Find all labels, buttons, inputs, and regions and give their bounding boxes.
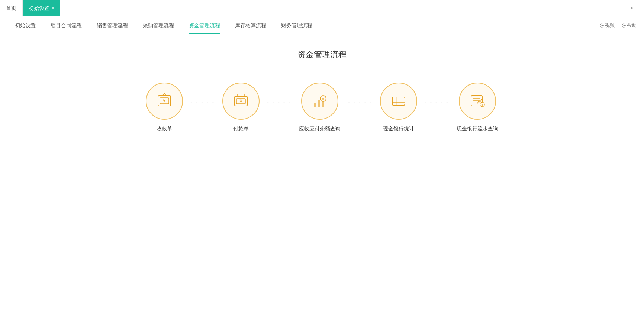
svg-text:¥: ¥: [239, 99, 242, 104]
flow-container: ¥ 收款单 - - - - - ¥ 付款单: [146, 83, 498, 132]
flow-step-yingshouyue: ¥ 应收应付余额查询: [299, 83, 341, 132]
svg-text:¥: ¥: [163, 98, 166, 103]
shoukuan-icon: ¥: [155, 92, 174, 110]
video-label: 视频: [605, 22, 615, 29]
shoukuan-icon-circle[interactable]: ¥: [146, 83, 183, 120]
fukuan-label: 付款单: [233, 126, 249, 132]
svg-rect-12: [392, 97, 405, 105]
dots-4: - - - - -: [425, 99, 449, 105]
liushui-label: 现金银行流水查询: [457, 126, 498, 132]
xianjin-icon: [389, 92, 408, 110]
connector-4: - - - - -: [417, 99, 457, 116]
svg-text:⊕: ⊕: [481, 103, 483, 107]
yingshouyue-label: 应收应付余额查询: [299, 126, 341, 132]
nav-item-xiaoshouguanli[interactable]: 销售管理流程: [89, 16, 135, 34]
help-link[interactable]: ◎ 帮助: [622, 22, 637, 29]
connector-1: - - - - -: [183, 99, 222, 116]
svg-text:¥: ¥: [322, 97, 324, 101]
svg-rect-8: [318, 100, 320, 107]
flow-step-fukuan: ¥ 付款单: [222, 83, 260, 132]
top-right: ×: [627, 0, 644, 16]
fukuan-icon: ¥: [232, 92, 250, 110]
svg-rect-7: [314, 103, 316, 107]
flow-step-liushui: ⊕ 现金银行流水查询: [457, 83, 498, 132]
xianjin-label: 现金银行统计: [383, 126, 414, 132]
flow-step-xianjin: 现金银行统计: [380, 83, 417, 132]
nav-item-caigouguanli[interactable]: 采购管理流程: [135, 16, 181, 34]
shoukuan-label: 收款单: [157, 126, 172, 132]
play-icon: ◎: [600, 22, 604, 28]
xianjin-icon-circle[interactable]: [380, 83, 417, 120]
yingshouyue-icon-circle[interactable]: ¥: [301, 83, 338, 120]
connector-3: - - - - -: [341, 99, 380, 116]
connector-2: - - - - -: [260, 99, 299, 116]
active-tab[interactable]: 初始设置 ×: [23, 0, 60, 16]
help-icon: ◎: [622, 22, 626, 28]
dots-3: - - - - -: [348, 99, 373, 105]
dots-1: - - - - -: [190, 99, 215, 105]
nav-item-xiangmuhetong[interactable]: 项目合同流程: [43, 16, 89, 34]
video-link[interactable]: ◎ 视频: [600, 22, 615, 29]
active-tab-label: 初始设置: [29, 0, 49, 16]
flow-step-shoukuan: ¥ 收款单: [146, 83, 183, 132]
top-bar: 首页 初始设置 × ×: [0, 0, 644, 16]
nav-separator: |: [618, 22, 619, 28]
home-tab[interactable]: 首页: [0, 0, 23, 16]
close-tab-icon[interactable]: ×: [52, 0, 54, 16]
dots-2: - - - - -: [267, 99, 292, 105]
fukuan-icon-circle[interactable]: ¥: [222, 83, 260, 120]
window-close-icon[interactable]: ×: [627, 5, 637, 12]
help-label: 帮助: [627, 22, 637, 29]
nav-item-zijinguanli[interactable]: 资金管理流程: [181, 16, 228, 34]
liushui-icon-circle[interactable]: ⊕: [459, 83, 496, 120]
page-title: 资金管理流程: [297, 49, 347, 60]
nav-bar: 初始设置 项目合同流程 销售管理流程 采购管理流程 资金管理流程 库存核算流程 …: [0, 16, 644, 34]
main-content: 资金管理流程 ¥ 收款单 - - - - -: [0, 34, 644, 132]
nav-item-caiwuguanli[interactable]: 财务管理流程: [274, 16, 320, 34]
nav-item-kucunhesuan[interactable]: 库存核算流程: [228, 16, 274, 34]
nav-item-chushishezhi[interactable]: 初始设置: [7, 16, 43, 34]
nav-right: ◎ 视频 | ◎ 帮助: [600, 22, 637, 29]
liushui-icon: ⊕: [468, 92, 487, 110]
yingshouyue-icon: ¥: [310, 92, 329, 110]
